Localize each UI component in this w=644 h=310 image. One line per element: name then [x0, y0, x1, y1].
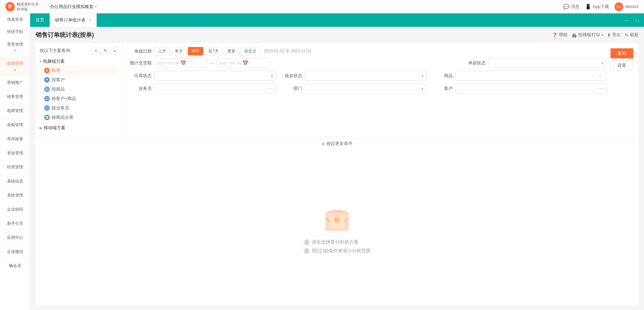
scheme-item-by-customer[interactable]: 按客户 — [42, 75, 118, 85]
scheme-panel: 按以下方案查询 + ✎ « ▾ — [36, 43, 123, 138]
appcenter-label: 应用中心 — [7, 235, 23, 241]
tab-minimize-button[interactable]: ─ — [623, 16, 631, 24]
settings-button[interactable]: 设置 — [610, 60, 633, 70]
sidebar-item-basic[interactable]: 基础信息 — [0, 174, 30, 189]
topbar-left: 好 畅捷通好生意 标准版 办公用品行业模拟账套 ▾ — [5, 2, 97, 11]
export-icon: ⬇ — [607, 33, 611, 38]
collapse-button[interactable]: ∧ 收起更多条件 — [322, 141, 353, 147]
sidebar-item-system[interactable]: 系统管理 — [0, 189, 30, 203]
scheme-add-button[interactable]: + — [92, 47, 100, 54]
topbar: 好 畅捷通好生意 标准版 办公用品行业模拟账套 ▾ 💬 消息 📱 App下载 E… — [0, 0, 644, 13]
mobile-section-arrow: ▶ — [40, 126, 42, 130]
refresh-button[interactable]: ↻ 刷新 — [625, 32, 639, 38]
main-content: 销售订单统计表(按单) ❓ 帮助 🖨️ 按模板打印 ▾ ⬇ — [30, 27, 644, 310]
delivery-label: 出库状态 — [128, 73, 152, 79]
date-btn-last-month[interactable]: 上月 — [154, 47, 170, 55]
sidebar-item-retail[interactable]: 零售管理 ▾ — [0, 38, 30, 57]
sidebar-quick-nav[interactable]: 快捷导航 — [0, 26, 30, 38]
status-label: 单据状态 — [462, 60, 486, 66]
scheme-panel-icons: + ✎ « — [92, 47, 118, 54]
calendar-start-icon: 📅 — [180, 60, 186, 66]
customer-select[interactable]: ··· — [455, 84, 606, 94]
sidebar-item-sales[interactable]: 销售管理 — [0, 90, 30, 104]
scheme-mobile-section-header[interactable]: ▶ 移动端方案 — [40, 123, 118, 132]
empty-hint-1: 1 请先选择要分析的方案 — [304, 239, 371, 245]
sidebar: 搜索菜单 快捷导航 零售管理 ▾ 批发管理 ▴ 营销推广 销售管理 电商管理 采… — [0, 13, 30, 310]
hint-num-1: 1 — [304, 239, 310, 245]
dept-select[interactable]: ▾ — [305, 84, 427, 94]
expected-date-start[interactable]: yyyy-mm-dd 📅 — [154, 58, 208, 68]
sidebar-search[interactable]: 搜索菜单 — [0, 13, 30, 26]
sidebar-item-operations[interactable]: 经营管理 — [0, 160, 30, 174]
sidebar-item-enterprise[interactable]: 企业协同 — [0, 203, 30, 217]
sidebar-item-ecommerce[interactable]: 电商管理 — [0, 104, 30, 118]
sidebar-item-wholesale[interactable]: 批发管理 ▴ — [0, 57, 30, 76]
expected-date-row: 预计交货期 yyyy-mm-dd 📅 — — [128, 58, 606, 68]
by-category-icon — [44, 115, 50, 120]
filter-layout: 按以下方案查询 + ✎ « ▾ — [36, 43, 639, 138]
tab-sales-stat[interactable]: 销售订单统计表 × — [50, 13, 97, 27]
date-placeholder-end: yyyy-mm-dd — [219, 61, 241, 65]
app-download-button[interactable]: 📱 App下载 — [585, 4, 609, 10]
tab-home[interactable]: 首页 — [30, 13, 50, 27]
logo-icon: 好 — [5, 2, 15, 11]
date-btn-this-year[interactable]: 本年 — [188, 47, 203, 55]
scheme-panel-title: 按以下方案查询 — [40, 48, 70, 54]
sidebar-item-member[interactable]: 畅会员 — [0, 259, 30, 273]
topbar-right: 💬 消息 📱 App下载 Ea demo2 — [563, 2, 639, 11]
basic-label: 基础信息 — [7, 178, 23, 184]
tab-maximize-button[interactable]: □ — [633, 16, 641, 24]
export-button[interactable]: ⬇ 导出 — [607, 32, 621, 38]
date-btn-more[interactable]: 更多 — [224, 47, 239, 55]
scheme-item-by-category[interactable]: 按商品分类 — [42, 113, 118, 122]
app-icon: 📱 — [585, 4, 591, 10]
sidebar-item-inventory[interactable]: 库存核算 — [0, 132, 30, 146]
scheme-item-by-salesman[interactable]: 按业务员 — [42, 103, 118, 113]
empty-hint-2: 2 用[过滤]条件来缩小分析范围 — [304, 248, 371, 254]
sidebar-item-finance[interactable]: 资金管理 — [0, 146, 30, 160]
product-select[interactable]: ··· — [455, 71, 606, 81]
svg-point-15 — [336, 218, 337, 219]
user-menu[interactable]: Ea demo2 — [614, 2, 639, 11]
date-filter-row: 单据日期 上月 本月 本年 近7天 更多 自定义 — [128, 47, 606, 55]
page-title: 销售订单统计表(按单) — [36, 31, 94, 39]
date-btn-custom[interactable]: 自定义 — [240, 47, 260, 55]
scheme-item-by-order[interactable]: 按 按单 — [42, 66, 118, 75]
pc-section-name: 电脑端方案 — [43, 58, 65, 64]
help-button[interactable]: ❓ 帮助 — [552, 32, 568, 38]
message-button[interactable]: 💬 消息 — [563, 4, 580, 10]
print-button[interactable]: 🖨️ 按模板打印 ▾ — [572, 32, 603, 38]
svg-rect-1 — [46, 88, 48, 91]
status-arrow-icon: ▾ — [601, 61, 603, 65]
sidebar-item-marketing[interactable]: 营销推广 — [0, 76, 30, 90]
date-btn-this-month[interactable]: 本月 — [171, 47, 186, 55]
sidebar-item-newbie[interactable]: 新手引导 — [0, 217, 30, 231]
query-button[interactable]: 查询 — [610, 48, 633, 58]
tab-spacer — [97, 13, 620, 27]
payment-select[interactable]: ▾ — [305, 71, 427, 81]
scheme-item-by-product[interactable]: 按商品 — [42, 85, 118, 94]
by-customer-icon — [44, 77, 50, 83]
tab-close-button[interactable]: × — [89, 18, 91, 22]
sidebar-item-appcenter[interactable]: 应用中心 — [0, 231, 30, 245]
purchase-label: 采购管理 — [7, 122, 23, 128]
status-select[interactable]: ▾ — [488, 58, 606, 68]
pc-section-arrow: ▾ — [40, 59, 42, 64]
scheme-pc-section-header[interactable]: ▾ 电脑端方案 — [40, 57, 118, 66]
sidebar-item-purchase[interactable]: 采购管理 — [0, 118, 30, 132]
tab-controls: ─ □ — [620, 13, 644, 27]
date-btn-last-7days[interactable]: 近7天 — [205, 47, 222, 55]
date-label: 单据日期 — [128, 48, 152, 54]
delivery-select[interactable]: ▾ — [154, 71, 276, 81]
main-layout: 搜索菜单 快捷导航 零售管理 ▾ 批发管理 ▴ 营销推广 销售管理 电商管理 采… — [0, 13, 644, 310]
topbar-title[interactable]: 办公用品行业模拟账套 ▾ — [50, 4, 97, 10]
sidebar-item-wechat[interactable]: 企业微信 — [0, 245, 30, 259]
salesman-select[interactable]: ··· — [154, 84, 276, 94]
scheme-collapse-button[interactable]: « — [111, 47, 118, 54]
expected-date-end[interactable]: yyyy-mm-dd 📅 — [216, 58, 270, 68]
scheme-edit-button[interactable]: ✎ — [102, 47, 109, 54]
scheme-item-by-cust-prod[interactable]: 按客户+商品 — [42, 94, 118, 103]
system-label: 系统管理 — [7, 193, 23, 198]
member-label: 畅会员 — [9, 263, 21, 269]
payment-label: 收款状态 — [279, 73, 302, 79]
